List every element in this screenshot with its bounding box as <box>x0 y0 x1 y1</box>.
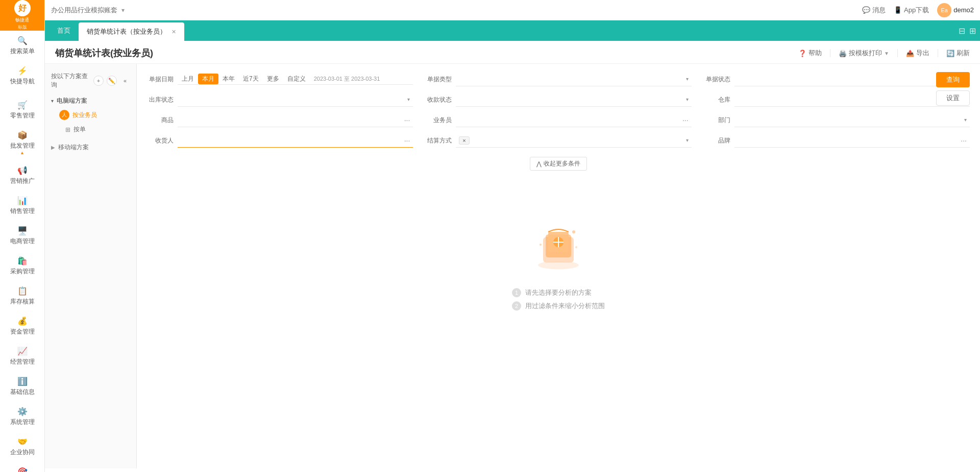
scheme-group-desktop[interactable]: ▾ 电脑端方案 <box>45 95 136 107</box>
chevron-right-icon: ▶ <box>51 145 55 150</box>
filter-row-3: 商品 ··· 业务员 ··· <box>147 113 970 127</box>
filter-cell-salesman: 业务员 ··· <box>425 113 691 127</box>
sidebar-item-marketing[interactable]: 📢 营销推广 <box>0 160 45 191</box>
chevron-up-icon: ▲ <box>20 150 24 155</box>
sidebar-item-operation[interactable]: 📈 经营管理 <box>0 341 45 371</box>
tab-minimize-button[interactable]: ⊟ <box>959 26 965 36</box>
filter-row-4: 收货人 ··· 结算方式 × <box>147 133 970 148</box>
sidebar-item-enterprise[interactable]: 🤝 企业协同 <box>0 432 45 462</box>
pay-status-input[interactable]: ▾ <box>456 92 691 107</box>
filter-row-2: 出库状态 ▾ 收款状态 ▾ <box>147 92 970 107</box>
sidebar-item-ecommerce[interactable]: 🖥️ 电商管理 <box>0 221 45 251</box>
filter-cell-receiver: 收货人 ··· <box>147 133 413 148</box>
warehouse-label: 仓库 <box>704 96 730 104</box>
date-filter-buttons: 上月 本月 本年 近7天 更多 自定义 2023-03-01 至 2023-03… <box>178 74 413 84</box>
sidebar-item-wholesale[interactable]: 📦 批发管理 ▲ <box>0 125 45 160</box>
top-nav-left: 办公用品行业模拟账套 ▾ <box>51 6 125 15</box>
scheme-item-by-order[interactable]: ⊞ 按单 <box>45 123 136 136</box>
date-btn-this-year[interactable]: 本年 <box>218 74 239 84</box>
date-btn-this-month[interactable]: 本月 <box>198 74 218 84</box>
refresh-button[interactable]: 🔄 刷新 <box>946 49 970 58</box>
add-scheme-button[interactable]: + <box>93 76 104 86</box>
tab-bar: 首页 销货单统计表（按业务员） ✕ ⊟ ⊞ <box>45 20 980 41</box>
print-dropdown-icon[interactable]: ▼ <box>884 51 889 56</box>
date-btn-more[interactable]: 更多 <box>263 74 283 84</box>
collapse-button[interactable]: ⋀ 收起更多条件 <box>530 157 587 171</box>
logo-icon: 好 <box>14 0 31 16</box>
filter-cell-doc-type: 单据类型 ▾ <box>425 72 691 86</box>
wholesale-icon: 📦 <box>17 130 28 140</box>
dept-label: 部门 <box>704 116 730 125</box>
left-panel-header: 按以下方案查询 + ✏️ « <box>45 69 136 92</box>
salesman-dots-icon: ··· <box>682 116 689 124</box>
app-logo[interactable]: 好 畅捷通 标版 <box>0 0 45 31</box>
scheme-by-order-label: 按单 <box>74 125 86 134</box>
scheme-item-by-salesman[interactable]: 人 按业务员 <box>45 107 136 123</box>
print-button[interactable]: 🖨️ 按模板打印 ▼ <box>839 49 889 58</box>
date-btn-last-month[interactable]: 上月 <box>178 74 198 84</box>
grid-icon: ⊞ <box>65 126 70 133</box>
dept-input[interactable]: ▾ <box>734 113 970 127</box>
brand-label: 品牌 <box>704 136 730 145</box>
brand-input[interactable]: ··· <box>734 133 970 148</box>
basic-icon: ℹ️ <box>17 376 28 386</box>
right-panel: 单据日期 上月 本月 本年 近7天 更多 自定义 <box>137 64 980 468</box>
receiver-dots-icon: ··· <box>404 136 410 145</box>
top-navbar: 办公用品行业模拟账套 ▾ 💬 消息 📱 App下载 Ea demo2 <box>45 0 980 20</box>
app-download-label: App下载 <box>904 6 929 15</box>
query-button[interactable]: 查询 <box>936 72 970 87</box>
tab-maximize-button[interactable]: ⊞ <box>969 26 976 36</box>
retail-icon: 🛒 <box>17 100 28 110</box>
search-icon: 🔍 <box>17 36 28 45</box>
sidebar-item-purchase[interactable]: 🛍️ 采购管理 <box>0 251 45 281</box>
sidebar-item-search[interactable]: 🔍 搜索菜单 <box>0 31 45 61</box>
chevron-left-icon: « <box>124 78 127 84</box>
app-download-button[interactable]: 📱 App下载 <box>894 6 929 15</box>
doc-status-input[interactable]: ▾ <box>734 72 970 86</box>
scheme-group-mobile[interactable]: ▶ 移动端方案 <box>45 140 136 154</box>
tip-num-1: 1 <box>512 288 521 297</box>
left-panel: 按以下方案查询 + ✏️ « <box>45 64 137 468</box>
goods-input[interactable]: ··· <box>178 113 413 127</box>
chevron-down-icon: ▾ <box>51 98 54 104</box>
salesman-input[interactable]: ··· <box>456 113 691 127</box>
settings-button[interactable]: 设置 <box>936 90 970 106</box>
settlement-input[interactable]: × ▾ <box>456 133 691 148</box>
empty-tip-2: 2 用过滤条件来缩小分析范围 <box>512 301 605 311</box>
help-button[interactable]: ❓ 帮助 <box>798 49 822 58</box>
sidebar-item-basic[interactable]: ℹ️ 基础信息 <box>0 371 45 402</box>
receiver-input[interactable]: ··· <box>178 133 413 148</box>
sidebar-item-quick[interactable]: ⚡ 快捷导航 <box>0 61 45 91</box>
left-panel-actions: + ✏️ « <box>93 76 130 86</box>
sidebar-item-inventory[interactable]: 📋 库存核算 <box>0 281 45 311</box>
warehouse-input[interactable]: ··· <box>734 92 970 107</box>
settlement-label: 结算方式 <box>425 136 452 145</box>
sidebar-item-retail[interactable]: 🛒 零售管理 <box>0 95 45 125</box>
tab-home[interactable]: 首页 <box>49 20 79 41</box>
doc-type-input[interactable]: ▾ <box>456 72 691 86</box>
tab-report[interactable]: 销货单统计表（按业务员） ✕ <box>79 22 184 41</box>
sidebar-item-newbie[interactable]: 🎯 新手引导 <box>0 462 45 472</box>
settlement-tag-close[interactable]: × <box>462 137 465 144</box>
operation-icon: 📈 <box>17 346 28 356</box>
pay-status-label: 收款状态 <box>425 96 452 104</box>
collapse-panel-button[interactable]: « <box>120 76 130 86</box>
message-button[interactable]: 💬 消息 <box>862 6 886 15</box>
user-profile-button[interactable]: Ea demo2 <box>937 3 974 17</box>
sidebar-item-finance[interactable]: 💰 资金管理 <box>0 311 45 341</box>
system-icon: ⚙️ <box>17 407 28 416</box>
logo-subtitle: 标版 <box>18 24 27 31</box>
sidebar-item-sales[interactable]: 📊 销售管理 <box>0 191 45 221</box>
export-button[interactable]: 📤 导出 <box>906 49 929 58</box>
edit-icon: ✏️ <box>108 78 115 84</box>
user-name: demo2 <box>953 6 974 14</box>
tab-close-button[interactable]: ✕ <box>172 29 176 35</box>
date-btn-7days[interactable]: 近7天 <box>239 74 263 84</box>
sidebar-item-system[interactable]: ⚙️ 系统管理 <box>0 402 45 432</box>
settlement-dropdown-icon: ▾ <box>686 137 689 143</box>
message-label: 消息 <box>872 6 886 15</box>
out-status-dropdown-icon: ▾ <box>407 97 410 102</box>
date-btn-custom[interactable]: 自定义 <box>283 74 310 84</box>
edit-scheme-button[interactable]: ✏️ <box>107 76 117 86</box>
out-status-input[interactable]: ▾ <box>178 92 413 107</box>
